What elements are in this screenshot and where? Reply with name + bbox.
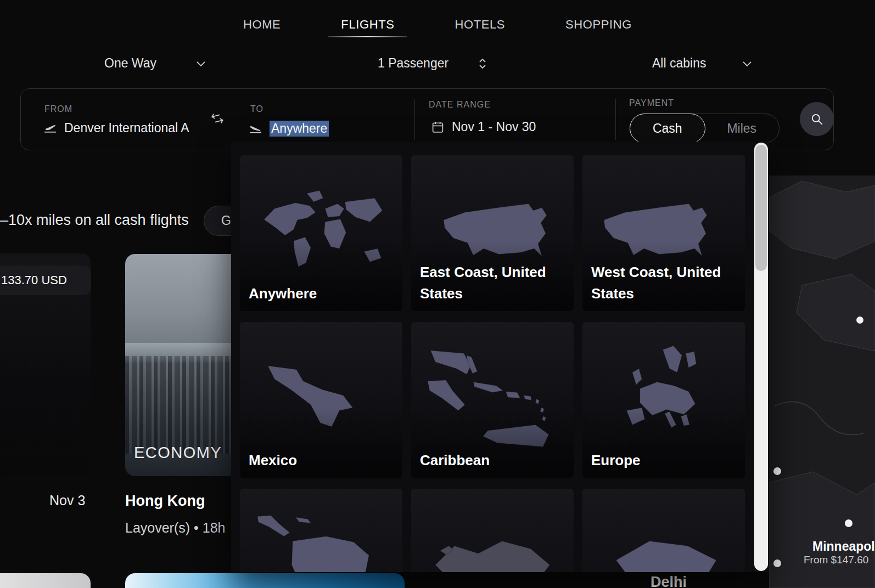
payment-toggle: Cash Miles [630, 114, 779, 143]
to-field[interactable]: Anywhere [249, 121, 329, 137]
chevron-down-icon [196, 60, 206, 67]
map-city-label: Minneapolis [812, 539, 875, 554]
destination-option-label: Caribbean [420, 450, 566, 471]
calendar-icon [431, 120, 445, 134]
from-field[interactable]: Denver International A [43, 121, 189, 135]
to-field-value-selected: Anywhere [270, 121, 329, 137]
from-field-label: FROM [44, 104, 72, 114]
card-image-partial-light [0, 573, 91, 588]
trip-options-row: One Way 1 Passenger All cabins [0, 56, 875, 77]
nav-tab-home-label: HOME [243, 18, 281, 32]
result-city-name: Hong Kong [125, 493, 205, 510]
price-chip-text: 133.70 USD [1, 273, 67, 287]
destination-option-label: Europe [591, 450, 737, 471]
destination-option-label: Anywhere [249, 283, 395, 304]
chevron-down-icon [742, 60, 752, 67]
search-button[interactable] [800, 102, 834, 136]
region-map-thumbnail [240, 489, 402, 572]
app-root: –10x miles on all cash flights G 133.70 … [0, 0, 875, 588]
plane-takeoff-icon [43, 121, 57, 135]
trip-type-select[interactable]: One Way [104, 56, 206, 71]
nav-tab-hotels-label: HOTELS [455, 18, 505, 32]
cabin-class-select[interactable]: All cabins [652, 56, 752, 71]
payment-option-cash[interactable]: Cash [630, 114, 705, 143]
payment-cash-label: Cash [653, 121, 682, 136]
promo-button-label: G [221, 213, 231, 228]
result-flight-details: Layover(s) • 18h [125, 520, 225, 536]
map-price-label: From $147.60 [804, 554, 868, 566]
date-range-label: DATE RANGE [429, 100, 491, 110]
payment-option-miles[interactable]: Miles [705, 114, 779, 143]
dropdown-scrollbar-thumb[interactable] [755, 145, 767, 271]
flight-result-card-left[interactable]: 133.70 USD [0, 253, 91, 476]
partial-city-label: Delhi [650, 574, 687, 588]
destination-option-partial-3[interactable] [582, 489, 745, 572]
result-date-label: Nov 3 [49, 493, 91, 508]
destination-option-label: East Coast, United States [420, 262, 566, 304]
price-chip: 133.70 USD [0, 265, 91, 295]
map-point-dot[interactable] [773, 559, 781, 567]
destination-option-west-coast-us[interactable]: West Coast, United States [582, 155, 745, 311]
up-down-chevrons-icon [478, 57, 487, 70]
promo-banner-text: –10x miles on all cash flights [0, 212, 189, 229]
destination-option-partial-1[interactable] [240, 489, 402, 572]
region-map-thumbnail [411, 489, 574, 572]
search-icon [810, 112, 824, 126]
payment-miles-label: Miles [727, 121, 756, 136]
nav-tab-flights-label: FLIGHTS [341, 18, 394, 32]
cabin-class-value: All cabins [652, 56, 706, 71]
plane-landing-icon [249, 122, 262, 135]
to-field-label: TO [250, 104, 263, 114]
destination-option-label: Mexico [249, 450, 395, 471]
nav-tab-flights[interactable]: FLIGHTS [328, 12, 407, 37]
trip-type-value: One Way [104, 56, 156, 71]
destination-grid: Anywhere East Coast, United States West … [240, 155, 745, 572]
nav-tab-home[interactable]: HOME [230, 12, 294, 37]
date-range-field[interactable]: Nov 1 - Nov 30 [431, 120, 536, 134]
destination-option-mexico[interactable]: Mexico [240, 322, 402, 478]
cabin-badge: ECONOMY [134, 444, 222, 462]
field-divider [414, 99, 415, 140]
background-map [769, 176, 875, 588]
swap-origin-destination-icon[interactable] [208, 109, 227, 128]
nav-tab-shopping[interactable]: SHOPPING [552, 12, 645, 37]
top-navigation: HOME FLIGHTS HOTELS SHOPPING [0, 12, 875, 37]
destination-option-east-coast-us[interactable]: East Coast, United States [411, 155, 574, 311]
nav-tab-hotels[interactable]: HOTELS [441, 12, 518, 37]
destination-option-anywhere[interactable]: Anywhere [240, 155, 402, 311]
map-point-dot[interactable] [856, 316, 863, 324]
map-point-dot[interactable] [845, 519, 852, 527]
nav-tab-shopping-label: SHOPPING [565, 18, 632, 32]
destination-option-europe[interactable]: Europe [582, 322, 745, 478]
passenger-count-value: 1 Passenger [378, 56, 448, 71]
destination-dropdown: Anywhere East Coast, United States West … [231, 142, 769, 572]
background-map-landmass [769, 176, 875, 588]
dropdown-scrollbar-track[interactable] [754, 143, 768, 571]
payment-label: PAYMENT [629, 98, 674, 108]
region-map-thumbnail [582, 489, 745, 572]
destination-option-label: West Coast, United States [591, 262, 737, 304]
map-point-dot[interactable] [773, 467, 781, 475]
from-field-value: Denver International A [64, 121, 189, 135]
destination-option-partial-2[interactable] [411, 489, 574, 572]
card-image-partial-blue [125, 573, 405, 588]
passenger-count-stepper[interactable]: 1 Passenger [378, 56, 487, 71]
field-divider [615, 99, 616, 140]
destination-option-caribbean[interactable]: Caribbean [411, 322, 574, 478]
date-range-value: Nov 1 - Nov 30 [452, 120, 536, 134]
